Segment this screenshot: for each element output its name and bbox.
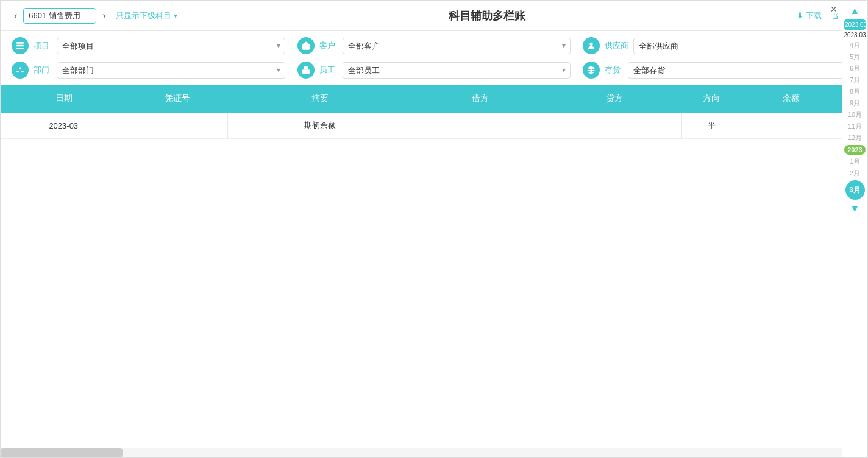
sidebar-down-button[interactable]: ▼ [842,201,867,217]
customer-select-wrapper: 全部客户 ▾ [343,38,571,54]
supplier-select-wrapper: 全部供应商 ▾ [633,38,856,54]
page-title: 科目辅助多栏账 [177,9,797,23]
data-table: 日期 凭证号 摘要 借方 贷方 方向 余额 2023-03 期初余额 [1,85,842,139]
project-icon [12,37,29,54]
col-date: 日期 [1,85,127,113]
department-select[interactable]: 全部部门 [57,62,285,79]
cell-date: 2023-03 [1,113,127,139]
col-credit: 贷方 [547,85,682,113]
filter-item-employee: 员工 全部员工 ▾ [293,59,576,81]
sidebar-up-button[interactable]: ▲ [842,3,867,19]
filter-item-inventory: 存货 全部存货 ▾ [578,59,861,81]
inventory-select[interactable]: 全部存货 [628,62,856,79]
svg-point-5 [16,71,18,72]
filter-container: 项目 全部项目 ▾ 客户 全部客户 ▾ [1,31,867,85]
supplier-icon [583,37,600,54]
scrollbar-thumb[interactable] [1,448,123,457]
cell-debit [413,113,547,139]
sidebar-period-7[interactable]: 7月 [842,74,867,86]
svg-point-6 [21,71,23,72]
customer-label: 客户 [319,40,338,51]
next-account-button[interactable]: › [99,9,109,23]
department-select-wrapper: 全部部门 ▾ [57,62,285,79]
col-debit: 借方 [413,85,547,113]
cell-voucher [127,113,228,139]
table-row: 2023-03 期初余额 平 [1,113,842,139]
right-sidebar: ▲ 2023.03 2023.03 4月 5月 6月 7月 8月 9月 10月 … [842,1,867,457]
prev-account-button[interactable]: ‹ [10,9,21,23]
inventory-select-wrapper: 全部存货 ▾ [628,62,856,79]
cell-summary: 期初余额 [228,113,413,139]
show-sub-toggle[interactable]: 只显示下级科目 [116,10,171,21]
project-label: 项目 [34,40,52,51]
sidebar-period-9[interactable]: 9月 [842,97,867,109]
svg-rect-0 [16,42,24,44]
department-label: 部门 [34,65,52,76]
sidebar-period-10[interactable]: 10月 [842,109,867,121]
svg-point-3 [590,43,593,46]
svg-rect-2 [16,48,24,49]
filter-item-project: 项目 全部项目 ▾ [7,35,290,57]
content-area: 日期 凭证号 摘要 借方 贷方 方向 余额 2023-03 期初余额 [1,85,842,458]
sidebar-period-2[interactable]: 2月 [842,167,867,179]
download-button[interactable]: ⬇ 下载 [797,10,822,21]
col-voucher: 凭证号 [127,85,228,113]
inventory-label: 存货 [605,65,623,76]
col-balance: 余额 [741,85,842,113]
cell-credit [547,113,682,139]
top-bar: ‹ 6601 销售费用 › 只显示下级科目 ▾ 科目辅助多栏账 ⬇ 下载 🖨 打… [1,1,867,31]
sidebar-period-12[interactable]: 12月 [842,132,867,144]
svg-rect-7 [302,69,310,74]
svg-point-4 [19,67,21,69]
sidebar-period-1[interactable]: 1月 [842,156,867,167]
sidebar-period-3-active[interactable]: 3月 [845,180,865,200]
main-window: × ‹ 6601 销售费用 › 只显示下级科目 ▾ 科目辅助多栏账 ⬇ 下载 🖨… [0,0,868,458]
department-icon [12,62,29,79]
sidebar-period-8[interactable]: 8月 [842,86,867,97]
cell-direction: 平 [682,113,741,139]
col-summary: 摘要 [228,85,413,113]
sidebar-period-6[interactable]: 6月 [842,63,867,74]
sidebar-period-11[interactable]: 11月 [842,121,867,132]
sidebar-period-2023-03-2[interactable]: 2023.03 [842,30,867,40]
svg-rect-1 [16,45,24,47]
filter-item-supplier: 供应商 全部供应商 ▾ [578,35,861,57]
table-container[interactable]: 日期 凭证号 摘要 借方 贷方 方向 余额 2023-03 期初余额 [1,85,842,458]
customer-icon [297,37,315,54]
filter-item-department: 部门 全部部门 ▾ [7,59,290,81]
sidebar-period-2023-03-top[interactable]: 2023.03 [844,19,866,30]
account-code-input[interactable]: 6601 销售费用 [23,8,96,24]
project-select-wrapper: 全部项目 ▾ [57,38,285,54]
sidebar-period-5[interactable]: 5月 [842,51,867,63]
horizontal-scrollbar[interactable] [1,448,843,457]
supplier-select[interactable]: 全部供应商 [633,38,856,54]
employee-label: 员工 [319,65,338,76]
sidebar-period-4[interactable]: 4月 [842,40,867,51]
customer-select[interactable]: 全部客户 [343,38,571,54]
cell-balance [741,113,842,139]
download-icon: ⬇ [797,11,803,20]
project-select[interactable]: 全部项目 [57,38,285,54]
close-button[interactable]: × [830,3,837,16]
employee-select[interactable]: 全部员工 [343,62,571,79]
sidebar-year-2023[interactable]: 2023 [844,145,866,155]
col-direction: 方向 [682,85,741,113]
supplier-label: 供应商 [605,40,628,51]
inventory-icon [583,62,600,79]
table-header-row: 日期 凭证号 摘要 借方 贷方 方向 余额 [1,85,842,113]
filter-item-customer: 客户 全部客户 ▾ [293,35,576,57]
employee-select-wrapper: 全部员工 ▾ [343,62,571,79]
employee-icon [297,62,315,79]
download-label: 下载 [806,10,822,21]
